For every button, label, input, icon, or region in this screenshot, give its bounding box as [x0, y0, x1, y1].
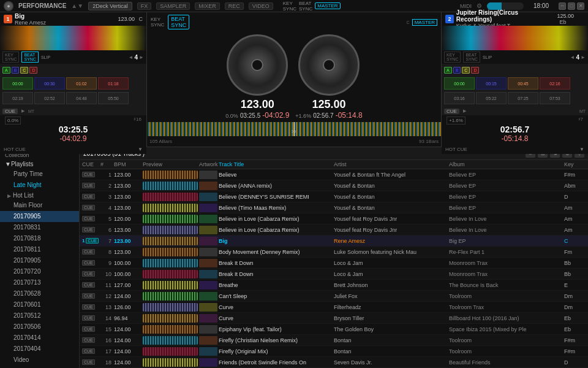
sidebar-item-20170811[interactable]: 20170811 — [0, 244, 79, 255]
settings-icon[interactable]: ⚙ — [477, 2, 482, 9]
close-button[interactable]: ✕ — [577, 2, 584, 10]
cue-btn-b-left[interactable]: B — [12, 67, 20, 74]
cue-btn-d-left[interactable]: D — [29, 67, 37, 74]
deck-right-arrow-down[interactable]: ▼ — [579, 147, 584, 152]
sidebar-item-20170713[interactable]: 20170713 — [0, 277, 79, 288]
sampler-button[interactable]: SAMPLER — [156, 2, 190, 10]
cue-pt-8[interactable]: 05:50 — [98, 92, 129, 104]
minimize-button[interactable]: ─ — [559, 2, 566, 10]
cue-pt-r6[interactable]: 05:22 — [476, 92, 507, 104]
cue-pt-r5[interactable]: 03:16 — [444, 92, 475, 104]
cue-pt-r4[interactable]: 02:16 — [540, 77, 570, 90]
cue-btn-a-right[interactable]: A — [444, 67, 452, 74]
cue-indicator[interactable]: CUE — [82, 249, 95, 255]
cue-indicator[interactable]: CUE — [82, 282, 95, 288]
track-row[interactable]: CUE 18 124.00 Friends (Detroit Swindle F… — [80, 357, 588, 368]
sidebar-item-20170818[interactable]: 20170818 — [0, 233, 79, 244]
cue-indicator[interactable]: CUE — [86, 238, 99, 243]
sidebar-item-20170414[interactable]: 20170414 — [0, 332, 79, 343]
cue-indicator[interactable]: CUE — [82, 348, 95, 354]
cue-pt-7[interactable]: 04:48 — [66, 92, 97, 104]
sidebar-item-hot-list[interactable]: ▶Hot List — [0, 191, 79, 200]
track-row[interactable]: CUE 17 124.00 Firefly (Original Mix) Bon… — [80, 346, 588, 357]
cue-pt-r1[interactable]: 00:00 — [444, 77, 475, 90]
track-row[interactable]: CUE 3 123.00 Believe (DENNEY'S SUNRISE R… — [80, 191, 588, 202]
sidebar-item-20170301[interactable]: 20170301 — [0, 366, 79, 368]
sidebar-playlists-header[interactable]: ▼ Playlists — [0, 159, 79, 169]
track-row[interactable]: CUE 9 100.00 Break It Down Loco & Jam Mo… — [80, 258, 588, 269]
fx-button[interactable]: FX — [137, 2, 152, 10]
cue-pt-4[interactable]: 01:18 — [98, 77, 129, 90]
cue-indicator[interactable]: CUE — [82, 293, 95, 299]
track-row[interactable]: CUE 2 123.00 Believe (ANNA remix) Yousef… — [80, 180, 588, 191]
track-row[interactable]: CUE 10 100.00 Break It Down Loco & Jam M… — [80, 269, 588, 280]
cue-label-right[interactable]: CUE — [444, 109, 459, 114]
cue-pt-r8[interactable]: 07:53 — [540, 92, 570, 104]
sidebar-item-20170506[interactable]: 20170506 — [0, 321, 79, 332]
sidebar-item-20170720[interactable]: 20170720 — [0, 266, 79, 277]
sidebar-item-20170905[interactable]: 20170905 — [0, 211, 79, 222]
sidebar-item-late-night[interactable]: Late Night — [0, 180, 79, 191]
sidebar-item-20170805[interactable]: 20170905 — [0, 255, 79, 266]
rec-button[interactable]: REC — [225, 2, 244, 10]
cue-indicator[interactable]: CUE — [82, 205, 95, 210]
cue-label-left[interactable]: CUE — [2, 109, 18, 114]
sidebar-item-20170404[interactable]: 20170404 — [0, 343, 79, 355]
track-row[interactable]: CUE 12 124.00 Can't Sleep Juliet Fox Too… — [80, 291, 588, 302]
track-row[interactable]: 1CUE 7 123.00 Big Rene Amesz Big EP C — [80, 236, 588, 247]
mixer-button[interactable]: MIXER — [195, 2, 220, 10]
cue-pt-1[interactable]: 00:00 — [2, 77, 33, 90]
cue-pt-3[interactable]: 01:02 — [66, 77, 97, 90]
cue-pt-r3[interactable]: 00:45 — [508, 77, 538, 90]
cue-pt-5[interactable]: 02:19 — [2, 92, 33, 104]
master-btn[interactable]: MASTER — [412, 19, 437, 26]
cue-indicator[interactable]: CUE — [82, 337, 95, 343]
cue-btn-d-right[interactable]: D — [471, 67, 479, 74]
col-header-artist[interactable]: Artist — [334, 161, 448, 167]
sidebar-item-20170831[interactable]: 20170831 — [0, 222, 79, 233]
track-row[interactable]: CUE 16 124.00 Firefly (Christian Nielsen… — [80, 335, 588, 346]
platter-right[interactable] — [298, 34, 360, 96]
deck-right-key-sync[interactable]: KEYSYNC — [444, 52, 461, 63]
platter-left[interactable] — [227, 34, 288, 96]
track-row[interactable]: CUE 8 123.00 Body Movement (Denney Remix… — [80, 247, 588, 258]
col-header-album[interactable]: Album — [449, 161, 563, 167]
cue-indicator[interactable]: CUE — [82, 304, 95, 310]
track-row[interactable]: CUE 6 123.00 Believe in Love (Cabarza Re… — [80, 224, 588, 236]
cue-indicator[interactable]: CUE — [82, 315, 95, 321]
master-label[interactable]: MASTER — [315, 2, 340, 9]
track-row[interactable]: CUE 11 127.00 Breathe Brett Johnson The … — [80, 280, 588, 291]
col-header-bpm[interactable]: BPM — [114, 161, 141, 167]
cue-pt-6[interactable]: 02:52 — [34, 92, 65, 104]
col-header-key[interactable]: Key — [564, 161, 586, 167]
video-button[interactable]: VIDEO — [249, 2, 273, 10]
cue-indicator[interactable]: CUE — [82, 216, 95, 221]
deck-left-key-sync[interactable]: KEYSYNC — [2, 52, 19, 63]
track-row[interactable]: CUE 1 123.00 Believe Yousef & Bontan ft … — [80, 169, 588, 180]
sidebar-item-party-time[interactable]: Party Time — [0, 169, 79, 180]
cue-indicator[interactable]: CUE — [82, 194, 95, 199]
cue-btn-a-left[interactable]: A — [2, 67, 10, 74]
deck-left-arrow-down[interactable]: ▼ — [138, 147, 143, 152]
sidebar-item-20170512[interactable]: 20170512 — [0, 310, 79, 321]
cue-pt-r7[interactable]: 07:25 — [508, 92, 538, 104]
maximize-button[interactable]: □ — [568, 2, 575, 10]
sidebar-item-20170628[interactable]: 20170628 — [0, 288, 79, 299]
deck-left-beat-sync[interactable]: BEATSYNC — [21, 52, 38, 63]
center-beat-sync[interactable]: BEATSYNC — [168, 15, 189, 29]
sidebar-item-main-floor[interactable]: Main Floor — [0, 200, 79, 211]
track-row[interactable]: CUE 14 96.94 Curve Bryson Tiller Billboa… — [80, 313, 588, 324]
cue-indicator[interactable]: CUE — [82, 271, 95, 277]
cue-btn-b-right[interactable]: B — [453, 67, 461, 74]
deck-right-beat-sync[interactable]: BEATSYNC — [463, 52, 480, 63]
track-row[interactable]: CUE 5 120.00 Believe in Love (Cabarza Re… — [80, 213, 588, 224]
center-key-sync[interactable]: KEYSYNC — [151, 17, 164, 28]
cue-indicator[interactable]: CUE — [82, 326, 95, 332]
cue-indicator[interactable]: CUE — [82, 359, 95, 365]
cue-btn-c-right[interactable]: C — [462, 67, 470, 74]
sidebar-item-20170601[interactable]: 20170601 — [0, 299, 79, 310]
cue-pt-2[interactable]: 00:30 — [34, 77, 65, 90]
cue-pt-r2[interactable]: 00:15 — [476, 77, 507, 90]
cue-indicator[interactable]: CUE — [82, 172, 95, 177]
cue-indicator[interactable]: CUE — [82, 227, 95, 232]
